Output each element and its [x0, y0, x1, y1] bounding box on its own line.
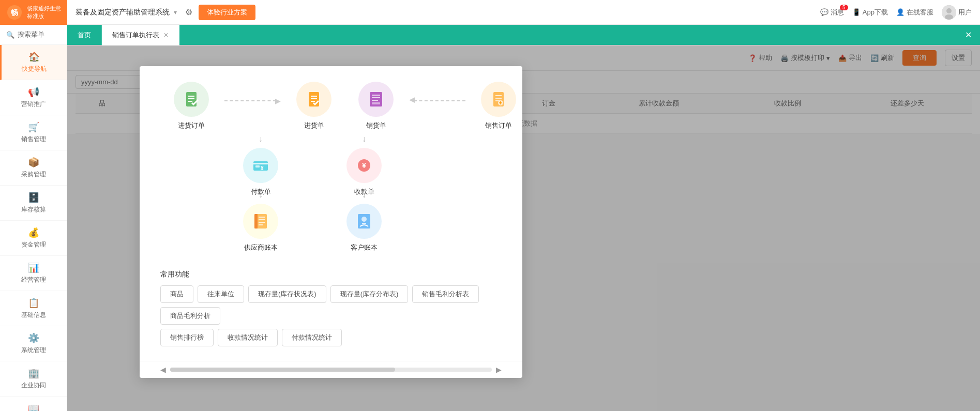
- flow-node-receipt-bill[interactable]: ¥ 收款单: [333, 148, 395, 196]
- sidebar-item-finance-label: 资金管理: [21, 240, 46, 249]
- arrow-down-payment: ↓: [230, 134, 292, 144]
- main-layout: 🔍 搜索菜单 🏠 快捷导航 📢 营销推广 🛒 销售管理 📦 采购管理 🗄️ 库存…: [0, 25, 980, 411]
- sidebar-item-enterprise[interactable]: 🏢 企业协同: [0, 361, 67, 397]
- sidebar-item-sales[interactable]: 🛒 销售管理: [0, 115, 67, 150]
- logo-text: 畅康通好生意 标准版: [27, 5, 61, 20]
- tab-home[interactable]: 首页: [67, 25, 102, 45]
- svg-point-39: [361, 217, 367, 222]
- cf-button-8[interactable]: 付款情况统计: [282, 329, 342, 346]
- flow-row-3: 供应商账本: [160, 204, 502, 252]
- tab-close-icon[interactable]: ✕: [163, 32, 169, 39]
- customer-ledger-label: 客户账本: [351, 243, 378, 252]
- cf-button-7[interactable]: 收款情况统计: [218, 329, 278, 346]
- scrollbar-thumb: [170, 368, 395, 372]
- sidebar-item-marketing[interactable]: 📢 营销推广: [0, 80, 67, 115]
- flow-node-sales-order[interactable]: 销售订单: [468, 82, 522, 130]
- receipt-bill-circle: ¥: [346, 148, 382, 183]
- search-icon: 🔍: [6, 31, 14, 39]
- message-badge: 5: [840, 5, 848, 10]
- system-title: 装备及固定资产辅助管理系统 ▾: [76, 8, 181, 17]
- payment-bill-circle: ¥: [243, 148, 278, 183]
- modal: 进货订单 ▶: [140, 66, 522, 378]
- svg-rect-33: [254, 214, 258, 229]
- content-area: 首页 销售订单执行表 ✕ ✕ ❓ 帮助 🖨️ 按模板打印 ▾: [67, 25, 980, 411]
- flow-node-payment-bill[interactable]: ¥ 付款单: [230, 148, 292, 196]
- trial-button[interactable]: 体验行业方案: [199, 5, 255, 20]
- sidebar-item-basic-info-label: 基础信息: [21, 311, 46, 319]
- cf-button-1[interactable]: 往来单位: [198, 285, 244, 303]
- gear-button[interactable]: ⚙: [185, 7, 192, 17]
- flow-node-purchase-order[interactable]: 进货订单: [160, 82, 222, 130]
- sidebar-item-system[interactable]: ⚙️ 系统管理: [0, 326, 67, 361]
- modal-scrollbar: ◀ ▶: [140, 361, 522, 378]
- tab-bar: 首页 销售订单执行表 ✕ ✕: [67, 25, 980, 45]
- scrollbar-track[interactable]: [170, 368, 492, 372]
- cf-button-2[interactable]: 现存量(库存状况表): [248, 285, 326, 303]
- avatar: [942, 5, 956, 20]
- purchase-bill-label: 进货单: [304, 121, 324, 130]
- guide-icon: 📖: [28, 403, 39, 411]
- cf-button-3[interactable]: 现存量(库存分布表): [330, 285, 409, 303]
- sidebar-item-operations[interactable]: 📊 经营管理: [0, 256, 67, 291]
- flow-node-supplier-ledger[interactable]: 供应商账本: [230, 204, 292, 252]
- sidebar-item-system-label: 系统管理: [21, 346, 46, 355]
- overlay[interactable]: 进货订单 ▶: [67, 45, 980, 411]
- arrow-sales-order-to-bill: ▶: [409, 97, 465, 115]
- sidebar-item-purchase[interactable]: 📦 采购管理: [0, 150, 67, 186]
- svg-rect-18: [372, 102, 380, 104]
- sidebar-item-inventory-label: 库存核算: [21, 205, 46, 214]
- scroll-left-arrow[interactable]: ◀: [160, 366, 166, 374]
- common-functions-title: 常用功能: [160, 270, 502, 279]
- flow-row-1: 进货订单 ▶: [160, 82, 502, 130]
- svg-text:畅: 畅: [11, 8, 18, 17]
- purchase-bill-circle: [296, 82, 331, 117]
- sidebar-item-guide[interactable]: 📖 新手引导: [0, 397, 67, 411]
- finance-icon: 💰: [28, 227, 39, 238]
- sales-order-circle: [481, 82, 516, 117]
- user-avatar-button[interactable]: 用户: [942, 5, 972, 20]
- sidebar-item-quick-nav-label: 快捷导航: [22, 65, 47, 73]
- header-right: 💬 消息 5 📱 App下载 👤 在线客服 用户: [820, 5, 972, 20]
- scroll-right-arrow[interactable]: ▶: [496, 366, 502, 374]
- dropdown-arrow-icon[interactable]: ▾: [174, 9, 177, 16]
- sidebar-item-finance[interactable]: 💰 资金管理: [0, 221, 67, 256]
- sidebar-item-sales-label: 销售管理: [21, 135, 46, 144]
- supplier-ledger-label: 供应商账本: [244, 243, 278, 252]
- sidebar-item-inventory[interactable]: 🗄️ 库存核算: [0, 186, 67, 221]
- sales-order-label: 销售订单: [485, 121, 512, 130]
- sidebar-item-basic-info[interactable]: 📋 基础信息: [0, 291, 67, 326]
- svg-rect-28: [255, 165, 260, 168]
- svg-text:¥: ¥: [261, 165, 264, 171]
- sidebar-item-quick-nav[interactable]: 🏠 快捷导航: [0, 45, 67, 80]
- flow-row-2: ¥ 付款单: [160, 148, 502, 196]
- phone-icon: 📱: [852, 8, 861, 16]
- tab-close-all-button[interactable]: ✕: [957, 30, 980, 40]
- sidebar-search[interactable]: 🔍 搜索菜单: [0, 25, 67, 45]
- svg-point-4: [945, 14, 953, 20]
- purchase-order-label: 进货订单: [178, 121, 205, 130]
- message-button[interactable]: 💬 消息 5: [820, 8, 844, 17]
- cf-button-5[interactable]: 商品毛利分析: [160, 307, 220, 325]
- tab-sales-orders[interactable]: 销售订单执行表 ✕: [102, 25, 179, 45]
- svg-point-3: [946, 8, 952, 13]
- customer-ledger-circle: [346, 204, 382, 239]
- cf-button-0[interactable]: 商品: [160, 285, 193, 303]
- arrow-purchase-order-to-bill: ▶: [224, 97, 281, 115]
- purchase-icon: 📦: [28, 157, 39, 168]
- sidebar-item-purchase-label: 采购管理: [21, 170, 46, 179]
- flow-node-sales-bill[interactable]: 销货单: [345, 82, 407, 130]
- online-service-button[interactable]: 👤 在线客服: [896, 8, 933, 17]
- supplier-ledger-circle: [243, 204, 278, 239]
- sales-icon: 🛒: [28, 121, 39, 133]
- cf-button-4[interactable]: 销售毛利分析表: [412, 285, 479, 303]
- top-header: 畅 畅康通好生意 标准版 装备及固定资产辅助管理系统 ▾ ⚙ 体验行业方案 💬 …: [0, 0, 980, 25]
- flow-diagram: 进货订单 ▶: [160, 82, 502, 265]
- cf-button-6[interactable]: 销售排行榜: [160, 329, 214, 346]
- system-icon: ⚙️: [28, 332, 39, 344]
- app-download-button[interactable]: 📱 App下载: [852, 8, 888, 17]
- flow-node-purchase-bill[interactable]: 进货单: [283, 82, 345, 130]
- marketing-icon: 📢: [28, 86, 39, 98]
- sidebar-item-operations-label: 经营管理: [21, 276, 46, 284]
- basic-info-icon: 📋: [28, 297, 39, 309]
- flow-node-customer-ledger[interactable]: 客户账本: [333, 204, 395, 252]
